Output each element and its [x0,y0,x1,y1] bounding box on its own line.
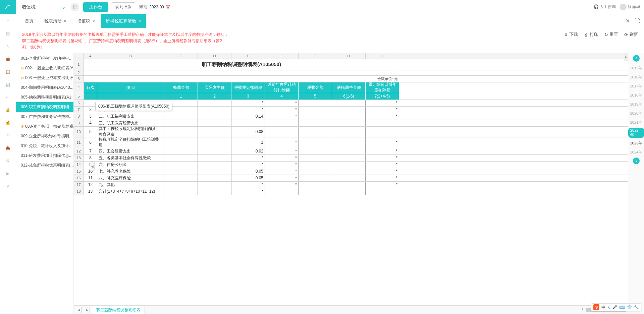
row-header[interactable]: 10 [74,127,84,137]
cell[interactable]: 七、补充养老保险 [97,168,164,175]
cell[interactable]: 1 [231,137,265,148]
cell[interactable] [164,148,198,154]
cell[interactable]: * [231,162,265,168]
rail-inbox-icon[interactable]: 📥 [5,145,11,151]
cell[interactable]: * [366,107,399,113]
active-sheet-tab[interactable]: 职工薪酬纳税调整明细表 [92,306,145,314]
cell[interactable] [265,188,299,195]
cell[interactable]: * [265,175,299,181]
cell[interactable]: 1 [164,93,198,100]
cell[interactable] [332,188,366,195]
sheet-item[interactable]: 012-减免所得税优惠明细表(... [16,161,73,170]
switch-old-button[interactable]: 切到旧版 [112,2,135,11]
year-item[interactable]: 2022年 [628,128,644,138]
cell[interactable] [198,168,231,175]
cell[interactable] [97,93,164,100]
sheet-item[interactable]: ⊘002-一般企业收入明细表(A... [16,63,73,73]
tab-close-all-icon[interactable]: ✕ [626,18,630,24]
year-item[interactable]: 2016年 [630,73,643,81]
cell[interactable] [332,137,366,148]
col-header[interactable]: D [198,53,231,59]
rail-report-icon[interactable]: 📊 [5,81,11,88]
cell[interactable] [299,137,332,148]
tab-3[interactable]: 所得税汇算清缴× [101,14,146,28]
cell[interactable] [366,127,399,137]
cell[interactable] [332,168,366,175]
col-header[interactable]: I [366,53,399,59]
cell[interactable]: 二、职工福利费支出 [97,113,164,120]
cell[interactable] [299,107,332,113]
rail-stamp-icon[interactable]: 🏷 [5,94,11,101]
ime-tool-icon[interactable]: 🔧 [634,305,639,310]
col-header[interactable]: A [84,53,97,59]
cell[interactable] [299,120,332,126]
cell[interactable]: 行次 [84,82,97,93]
cell[interactable] [198,188,231,195]
sheet-item[interactable]: 011-研发费用加计扣除优惠... [16,151,73,161]
cell[interactable]: 8 [84,155,97,161]
cell[interactable] [299,168,332,175]
sheet-nav-first-icon[interactable]: ◀ [76,307,82,313]
tab-1[interactable]: 税表清册× [40,14,71,28]
doc-icon-button[interactable] [70,3,79,11]
cell[interactable]: * [231,107,265,113]
cell[interactable] [198,137,231,148]
row-header[interactable]: 3 [74,76,84,82]
cell[interactable] [231,120,265,126]
sheet-item[interactable]: 007-广告费和业务宣传费跨... [16,112,73,122]
cell[interactable] [366,120,399,126]
cell[interactable]: * [231,155,265,161]
cell[interactable]: 4 [84,120,97,126]
sheet-item[interactable]: 006-职工薪酬纳税调整明细... [16,102,73,112]
cell[interactable]: 5 [84,127,97,137]
cell[interactable] [332,155,366,161]
cell[interactable]: 3 [84,113,97,120]
expand-handle-icon[interactable]: ▶ [624,53,628,61]
cell[interactable] [164,175,198,181]
cell[interactable]: 纳税调整金额 [332,82,366,93]
ime-toolbar[interactable]: S 中 •, 🎤 ⌨ 👕 🔧 [591,303,641,311]
col-header[interactable]: E [231,53,265,59]
cell[interactable] [198,182,231,188]
year-item[interactable]: 2020年 [630,110,643,117]
reset-button[interactable]: ↻ 重置 [604,32,618,38]
cell[interactable]: * [366,168,399,175]
cell[interactable]: 11 [84,175,97,181]
cell[interactable]: * [265,148,299,154]
cell[interactable]: 四、工会经费支出 [97,148,164,154]
cell[interactable] [299,148,332,154]
cell[interactable]: * [366,182,399,188]
cell[interactable]: * [366,113,399,120]
cell[interactable]: 九、其他 [97,182,164,188]
cell[interactable] [332,127,366,137]
cell[interactable]: 0.08 [231,127,265,137]
rail-clipboard-icon[interactable]: 📋 [5,68,11,75]
sheet-item[interactable]: ⊘003-一般企业成本支出明细... [16,73,73,83]
rail-tax-icon[interactable]: 💰 [5,119,11,126]
cell[interactable] [198,155,231,161]
row-header[interactable]: 4 [74,82,84,93]
cell[interactable]: * [265,107,299,113]
cell[interactable] [265,120,299,126]
cell[interactable] [84,93,97,100]
sheet-item[interactable]: 005-纳税调整项目明细表(A1... [16,92,73,102]
cell[interactable]: * [265,168,299,175]
app-logo[interactable] [0,0,16,14]
cell[interactable]: 6 [84,137,97,148]
cell[interactable]: * [265,155,299,161]
year-item[interactable]: 2021年 [630,119,643,126]
year-up-icon[interactable]: ∧ [633,55,640,62]
rail-v-icon[interactable]: V [5,183,11,190]
cell[interactable]: 0.14 [231,113,265,120]
cell[interactable]: 按税收规定全额扣除的职工培训费用 [97,137,164,148]
cell[interactable]: 三、职工教育经费支出 [97,120,164,126]
cell[interactable]: 五、各类基本社会保障性缴款 [97,155,164,161]
cell[interactable] [332,107,366,113]
tab-expand-icon[interactable]: ⛶ [635,18,640,24]
cell[interactable] [164,182,198,188]
cell[interactable]: * [366,148,399,154]
cell[interactable]: 13 [84,188,97,195]
col-header[interactable]: G [299,53,332,59]
year-item[interactable]: 2015年 [630,64,643,72]
row-header[interactable]: 14 [74,162,84,168]
